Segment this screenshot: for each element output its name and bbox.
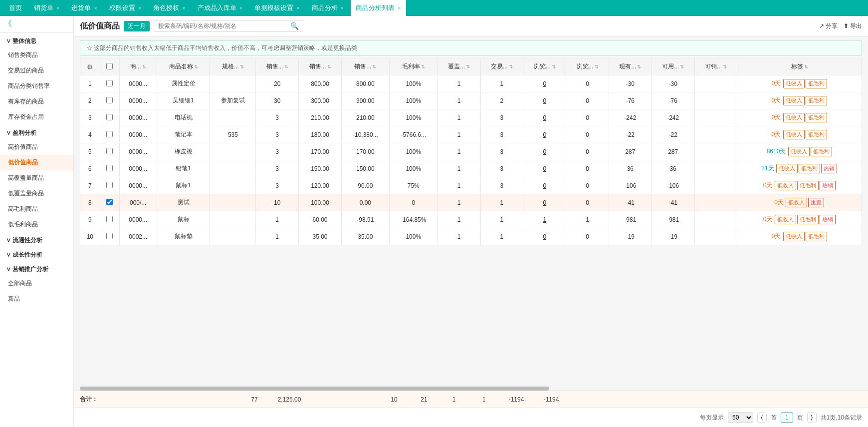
sort-icon[interactable]: ⇅ bbox=[595, 64, 599, 69]
view-link[interactable]: 0 bbox=[543, 199, 546, 206]
sort-icon[interactable]: ⇅ bbox=[284, 64, 288, 69]
col-header-views[interactable]: 浏览...⇅ bbox=[523, 58, 566, 75]
view-link[interactable]: 0 bbox=[543, 131, 546, 138]
nav-item-商品分析列表[interactable]: 商品分析列表× bbox=[351, 0, 406, 16]
sidebar-collapse-btn[interactable]: 《 bbox=[4, 19, 12, 28]
sidebar-item-全部商品[interactable]: 全部商品 bbox=[0, 276, 73, 291]
sort-icon[interactable]: ⇅ bbox=[466, 64, 470, 69]
sidebar-item-新品[interactable]: 新品 bbox=[0, 291, 73, 307]
row-checkbox-input[interactable] bbox=[106, 165, 113, 171]
sort-icon[interactable]: ⇅ bbox=[509, 64, 513, 69]
sidebar-item-交易过的商品[interactable]: 交易过的商品 bbox=[0, 63, 73, 78]
row-checkbox-input[interactable] bbox=[106, 199, 113, 205]
table-wrapper[interactable]: ⚙商...⇅商品名称⇅规格...⇅销售...⇅销售...⇅销售...⇅毛利率⇅覆… bbox=[74, 58, 868, 387]
select-all-checkbox[interactable] bbox=[106, 63, 113, 69]
search-box[interactable]: 🔍 bbox=[154, 20, 303, 32]
sort-icon[interactable]: ⇅ bbox=[194, 64, 198, 69]
view-link[interactable]: 0 bbox=[543, 80, 546, 87]
sidebar-item-高价值商品[interactable]: 高价值商品 bbox=[0, 139, 73, 155]
search-input[interactable] bbox=[158, 22, 288, 29]
col-header-tags[interactable]: 标签⇅ bbox=[737, 58, 862, 75]
view-link[interactable]: 0 bbox=[543, 233, 546, 240]
close-icon[interactable]: × bbox=[398, 5, 401, 11]
col-header-name[interactable]: 商品名称⇅ bbox=[157, 58, 210, 75]
sidebar-group-成长性分析[interactable]: ∨ 成长性分析 bbox=[0, 247, 73, 261]
sidebar-item-低价值商品[interactable]: 低价值商品 bbox=[0, 155, 73, 170]
sort-icon[interactable]: ⇅ bbox=[372, 64, 376, 69]
nav-item-单据模板设置[interactable]: 单据模板设置× bbox=[249, 0, 304, 16]
share-btn[interactable]: ↗ 分享 bbox=[819, 22, 838, 30]
export-btn[interactable]: ⬆ 导出 bbox=[844, 22, 862, 30]
col-header-sales_avg[interactable]: 销售...⇅ bbox=[341, 58, 389, 75]
col-header-sales_amt[interactable]: 销售...⇅ bbox=[299, 58, 342, 75]
view-link[interactable]: 0 bbox=[543, 97, 546, 104]
nav-item-商品分析[interactable]: 商品分析× bbox=[307, 0, 349, 16]
col-header-sales_qty[interactable]: 销售...⇅ bbox=[256, 58, 299, 75]
row-checkbox-input[interactable] bbox=[106, 97, 113, 103]
col-header-views2[interactable]: 浏览...⇅ bbox=[566, 58, 609, 75]
sort-icon[interactable]: ⇅ bbox=[327, 64, 331, 69]
nav-item-产成品入库单[interactable]: 产成品入库单× bbox=[193, 0, 247, 16]
row-checkbox-input[interactable] bbox=[106, 233, 113, 239]
sort-icon[interactable]: ⇅ bbox=[680, 64, 684, 69]
close-icon[interactable]: × bbox=[182, 5, 185, 11]
col-header-coverage[interactable]: 覆盖...⇅ bbox=[437, 58, 480, 75]
sidebar-item-低覆盖量商品[interactable]: 低覆盖量商品 bbox=[0, 186, 73, 201]
sidebar-group-流通性分析[interactable]: ∨ 流通性分析 bbox=[0, 232, 73, 247]
sort-icon[interactable]: ⇅ bbox=[421, 64, 425, 69]
sidebar-item-商品分类销售率[interactable]: 商品分类销售率 bbox=[0, 78, 73, 94]
row-checkbox-input[interactable] bbox=[106, 114, 113, 120]
sidebar-group-盈利分析[interactable]: ∨ 盈利分析 bbox=[0, 125, 73, 139]
sidebar-item-高覆盖量商品[interactable]: 高覆盖量商品 bbox=[0, 170, 73, 186]
gear-icon[interactable]: ⚙ bbox=[87, 63, 93, 71]
sort-icon[interactable]: ⇅ bbox=[804, 64, 808, 69]
sort-icon[interactable]: ⇅ bbox=[240, 64, 244, 69]
nav-item-首页[interactable]: 首页 bbox=[4, 0, 27, 16]
col-header-gear[interactable]: ⚙ bbox=[80, 58, 100, 75]
sidebar-item-有库存的商品[interactable]: 有库存的商品 bbox=[0, 94, 73, 109]
col-header-checkbox[interactable] bbox=[100, 58, 119, 75]
close-icon[interactable]: × bbox=[138, 5, 141, 11]
col-header-current_stock[interactable]: 现有...⇅ bbox=[609, 58, 651, 75]
view-link[interactable]: 0 bbox=[543, 182, 546, 189]
nav-item-销货单[interactable]: 销货单× bbox=[29, 0, 64, 16]
view-link[interactable]: 0 bbox=[543, 165, 546, 172]
close-icon[interactable]: × bbox=[56, 5, 59, 11]
sort-icon[interactable]: ⇅ bbox=[552, 64, 556, 69]
sidebar-item-库存资金占用[interactable]: 库存资金占用 bbox=[0, 109, 73, 125]
sort-icon[interactable]: ⇅ bbox=[723, 64, 727, 69]
row-checkbox-input[interactable] bbox=[106, 216, 113, 222]
close-icon[interactable]: × bbox=[239, 5, 242, 11]
col-header-code[interactable]: 商...⇅ bbox=[119, 58, 157, 75]
close-icon[interactable]: × bbox=[94, 5, 97, 11]
close-icon[interactable]: × bbox=[296, 5, 299, 11]
row-checkbox-input[interactable] bbox=[106, 182, 113, 188]
view-link[interactable]: 1 bbox=[543, 216, 546, 223]
first-page-btn[interactable]: ⟨ bbox=[757, 413, 767, 423]
sidebar-item-低毛利商品[interactable]: 低毛利商品 bbox=[0, 217, 73, 232]
nav-item-角色授权[interactable]: 角色授权× bbox=[148, 0, 190, 16]
view-link[interactable]: 0 bbox=[543, 148, 546, 155]
col-header-saleable[interactable]: 可销...⇅ bbox=[694, 58, 737, 75]
per-page-select[interactable]: 50 20 100 bbox=[728, 412, 753, 423]
row-checkbox-input[interactable] bbox=[106, 131, 113, 137]
sort-icon[interactable]: ⇅ bbox=[637, 64, 641, 69]
time-tag-btn[interactable]: 近一月 bbox=[124, 21, 150, 31]
sidebar-item-高毛利商品[interactable]: 高毛利商品 bbox=[0, 201, 73, 217]
col-header-available[interactable]: 可用...⇅ bbox=[651, 58, 694, 75]
close-icon[interactable]: × bbox=[341, 5, 344, 11]
nav-item-权限设置[interactable]: 权限设置× bbox=[104, 0, 146, 16]
col-header-spec[interactable]: 规格...⇅ bbox=[210, 58, 256, 75]
sort-icon[interactable]: ⇅ bbox=[142, 64, 146, 69]
sidebar-group-营销推广分析[interactable]: ∨ 营销推广分析 bbox=[0, 261, 73, 276]
nav-item-进货单[interactable]: 进货单× bbox=[66, 0, 102, 16]
next-page-btn[interactable]: ⟩ bbox=[807, 413, 817, 423]
row-checkbox-input[interactable] bbox=[106, 80, 113, 86]
row-checkbox-input[interactable] bbox=[106, 148, 113, 154]
sidebar-item-销售类商品[interactable]: 销售类商品 bbox=[0, 47, 73, 63]
row-available: -19 bbox=[651, 228, 694, 245]
col-header-gross_margin[interactable]: 毛利率⇅ bbox=[389, 58, 437, 75]
view-link[interactable]: 0 bbox=[543, 114, 546, 121]
col-header-transactions[interactable]: 交易...⇅ bbox=[480, 58, 523, 75]
sidebar-group-整体信息[interactable]: ∨ 整体信息 bbox=[0, 33, 73, 47]
